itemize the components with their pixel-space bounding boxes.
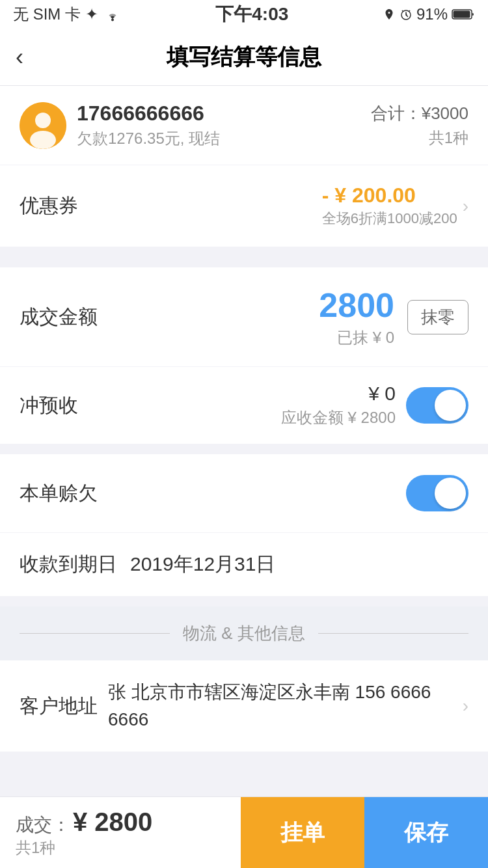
coupon-row[interactable]: 优惠券 - ¥ 200.00 全场6折满1000减200 › (0, 165, 488, 247)
prepay-value-block: ¥ 0 应收金额 ¥ 2800 (281, 383, 396, 428)
round-button[interactable]: 抹零 (407, 300, 468, 334)
section-gap-2 (0, 444, 488, 454)
prepay-right: ¥ 0 应收金额 ¥ 2800 (281, 383, 468, 428)
deal-label: 成交金额 (20, 304, 98, 331)
location-icon (383, 8, 396, 21)
status-right: 91% (383, 5, 475, 23)
deal-amount-row: 成交金额 2800 已抹 ¥ 0 抹零 (0, 267, 488, 366)
logistics-line-right (318, 633, 468, 634)
nav-bar: ‹ 填写结算等信息 (0, 29, 488, 86)
prepay-toggle[interactable] (406, 387, 468, 424)
address-row[interactable]: 客户地址 张 北京市市辖区海淀区永丰南 156 6666 6666 › (0, 660, 488, 752)
svg-rect-3 (453, 11, 470, 18)
status-time: 下午4:03 (215, 2, 288, 27)
deal-right: 2800 已抹 ¥ 0 抹零 (319, 286, 468, 348)
prepay-amount: ¥ 0 (281, 383, 396, 405)
logistics-line-left (20, 633, 170, 634)
debt-toggle[interactable] (406, 475, 468, 511)
section-gap-1 (0, 257, 488, 267)
avatar (20, 102, 66, 149)
back-button[interactable]: ‹ (16, 44, 23, 71)
svg-point-6 (30, 131, 56, 149)
battery-icon (452, 8, 475, 21)
deal-value: 2800 (319, 286, 394, 325)
customer-section: 17666666666 欠款1276.35元, 现结 合计：¥3000 共1种 … (0, 86, 488, 247)
prepay-toggle-knob (435, 390, 466, 421)
svg-point-5 (35, 113, 51, 128)
coupon-desc: 全场6折满1000减200 (322, 209, 457, 228)
due-date-value: 2019年12月31日 (130, 551, 275, 578)
coupon-chevron-icon: › (463, 196, 468, 217)
page-title: 填写结算等信息 (167, 42, 321, 72)
logistics-divider: 物流 & 其他信息 (0, 606, 488, 660)
hang-button[interactable]: 挂单 (241, 797, 364, 868)
amount-section: 成交金额 2800 已抹 ¥ 0 抹零 冲预收 ¥ 0 应收金额 ¥ 2800 (0, 267, 488, 444)
alarm-icon (400, 8, 413, 21)
customer-info: 17666666666 欠款1276.35元, 现结 (77, 102, 220, 149)
svg-point-0 (111, 19, 114, 21)
logistics-text: 物流 & 其他信息 (170, 622, 318, 645)
footer-info: 成交： ¥ 2800 共1种 (0, 797, 241, 868)
due-date-row: 收款到期日 2019年12月31日 (0, 532, 488, 596)
customer-debt: 欠款1276.35元, 现结 (77, 128, 220, 149)
customer-left: 17666666666 欠款1276.35元, 现结 (20, 102, 220, 149)
status-bar: 无 SIM 卡 ✦ 下午4:03 91% (0, 0, 488, 29)
prepay-label: 冲预收 (20, 392, 78, 419)
debt-toggle-knob (435, 478, 466, 509)
total-count: 共1种 (371, 128, 468, 148)
section-gap-3 (0, 596, 488, 606)
battery-percent: 91% (416, 5, 448, 23)
total-label: 合计：¥3000 (371, 102, 468, 125)
sim-label: 无 SIM 卡 ✦ (13, 4, 98, 25)
debt-row: 本单赊欠 (0, 454, 488, 532)
address-chevron-icon: › (463, 696, 468, 716)
footer-amount: ¥ 2800 (73, 807, 152, 837)
address-value: 张 北京市市辖区海淀区永丰南 156 6666 6666 (98, 679, 463, 733)
address-label: 客户地址 (20, 693, 98, 720)
wifi-icon (103, 7, 122, 21)
debt-section: 本单赊欠 收款到期日 2019年12月31日 (0, 454, 488, 596)
due-date-label: 收款到期日 (20, 551, 117, 578)
save-button[interactable]: 保存 (364, 797, 488, 868)
footer-deal-label: 成交： (16, 813, 70, 837)
customer-phone: 17666666666 (77, 102, 220, 126)
customer-total: 合计：¥3000 共1种 (371, 102, 468, 148)
customer-row: 17666666666 欠款1276.35元, 现结 合计：¥3000 共1种 (0, 86, 488, 165)
footer-count: 共1种 (16, 837, 225, 858)
footer: 成交： ¥ 2800 共1种 挂单 保存 (0, 796, 488, 868)
coupon-right: - ¥ 200.00 全场6折满1000减200 (322, 183, 457, 228)
status-left: 无 SIM 卡 ✦ (13, 4, 122, 25)
prepay-sub: 应收金额 ¥ 2800 (281, 407, 396, 428)
deal-sub: 已抹 ¥ 0 (319, 327, 394, 348)
coupon-label: 优惠券 (20, 193, 78, 219)
prepay-row: 冲预收 ¥ 0 应收金额 ¥ 2800 (0, 366, 488, 444)
debt-label: 本单赊欠 (20, 480, 98, 507)
coupon-discount: - ¥ 200.00 (322, 183, 457, 208)
